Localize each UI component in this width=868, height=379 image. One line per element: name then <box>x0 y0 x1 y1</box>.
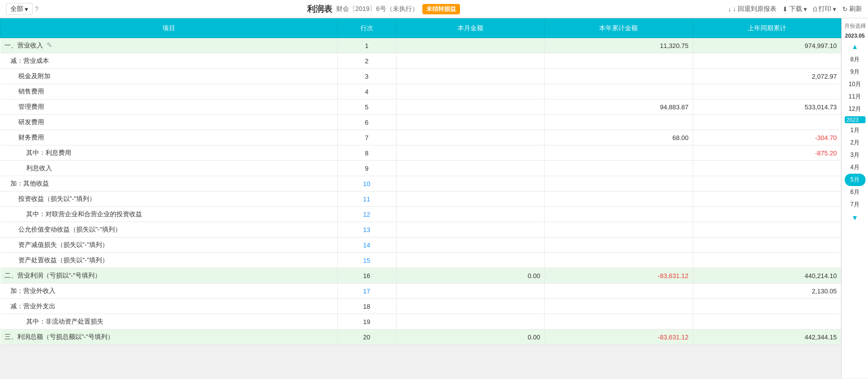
edit-icon[interactable]: ✎ <box>45 41 53 49</box>
month-item[interactable]: 10月 <box>845 78 866 91</box>
cell-year <box>545 191 693 207</box>
cell-item: 资产处置收益（损失以"-"填列） <box>0 253 338 268</box>
cell-row-num: 1 <box>337 38 396 53</box>
cell-row-num: 11 <box>337 191 396 207</box>
cell-month <box>396 284 544 299</box>
month-item[interactable]: 5月 <box>845 174 866 186</box>
cell-item: 利息收入 <box>0 161 338 176</box>
cell-item: 研发费用 <box>0 115 338 130</box>
cell-row-num: 19 <box>337 314 396 330</box>
sidebar-year: 2023.05 <box>844 32 866 40</box>
sidebar-down-arrow[interactable]: ▼ <box>849 212 861 224</box>
cell-prev <box>693 299 841 314</box>
table-row: 公允价值变动收益（损失以"-"填列）13 <box>0 222 841 237</box>
month-item[interactable]: 2月 <box>845 137 866 149</box>
table-row: 其中：非流动资产处置损失19 <box>0 314 841 330</box>
cell-row-num: 18 <box>337 299 396 314</box>
cell-item: 减：营业成本 <box>0 53 338 69</box>
cell-year <box>545 253 693 268</box>
cell-month <box>396 115 544 130</box>
table-row: 资产处置收益（损失以"-"填列）15 <box>0 253 841 268</box>
cell-month <box>396 99 544 115</box>
cell-item: 加：其他收益 <box>0 176 338 191</box>
cell-year <box>545 284 693 299</box>
month-item[interactable]: 4月 <box>845 161 866 174</box>
cell-row-num: 20 <box>337 330 396 345</box>
cell-month <box>396 191 544 207</box>
cell-month <box>396 314 544 330</box>
cell-row-num: 17 <box>337 284 396 299</box>
table-row: 二、营业利润（亏损以"-"号填列）160.00-83,631.12440,214… <box>0 268 841 284</box>
cell-item: 三、利润总额（亏损总额以"-"号填列） <box>0 330 338 345</box>
cell-row-num: 5 <box>337 99 396 115</box>
cell-row-num: 8 <box>337 145 396 161</box>
cell-row-num: 10 <box>337 176 396 191</box>
month-item[interactable]: 9月 <box>845 66 866 78</box>
month-item[interactable]: 1月 <box>845 124 866 137</box>
cell-year: 11,320.75 <box>545 38 693 53</box>
month-item[interactable]: 6月 <box>845 186 866 198</box>
month-item[interactable]: 12月 <box>845 103 866 115</box>
print-button[interactable]: ⎙ 打印 ▾ <box>813 4 836 13</box>
scope-label: 全部 <box>10 4 23 13</box>
cell-month <box>396 130 544 145</box>
table-row: 加：其他收益10 <box>0 176 841 191</box>
cell-row-num: 4 <box>337 84 396 99</box>
cell-prev <box>693 176 841 191</box>
cell-month: 0.00 <box>396 268 544 284</box>
print-chevron-icon: ▾ <box>833 5 836 13</box>
table-row: 投资收益（损失以"-"填列）11 <box>0 191 841 207</box>
back-button[interactable]: ↓ ↓ 回退到原报表 <box>728 4 776 13</box>
cell-month <box>396 53 544 69</box>
header-month: 本月金额 <box>396 19 544 38</box>
download-chevron-icon: ▾ <box>804 5 807 13</box>
cell-prev: 2,072.97 <box>693 69 841 84</box>
back-icon: ↓ <box>728 5 731 13</box>
scope-dropdown[interactable]: 全部 ▾ <box>6 3 33 15</box>
badge-unfinished[interactable]: 未结转损益 <box>422 4 460 14</box>
header-year: 本年累计金额 <box>545 19 693 38</box>
table-row: 加：营业外收入172,130.05 <box>0 284 841 299</box>
refresh-button[interactable]: ↻ 刷新 <box>842 4 862 13</box>
cell-year <box>545 161 693 176</box>
cell-row-num: 3 <box>337 69 396 84</box>
cell-prev <box>693 161 841 176</box>
scope-chevron-icon: ▾ <box>25 5 28 13</box>
month-item[interactable]: 3月 <box>845 149 866 161</box>
cell-prev: 442,344.15 <box>693 330 841 345</box>
cell-item: 一、营业收入 ✎ <box>0 38 338 53</box>
cell-month: 0.00 <box>396 330 544 345</box>
cell-month <box>396 161 544 176</box>
table-row: 资产减值损失（损失以"-"填列）14 <box>0 237 841 253</box>
cell-month <box>396 237 544 253</box>
cell-prev: 440,214.10 <box>693 268 841 284</box>
table-row: 研发费用6 <box>0 115 841 130</box>
cell-prev: 2,130.05 <box>693 284 841 299</box>
cell-month <box>396 176 544 191</box>
month-item[interactable]: 11月 <box>845 91 866 103</box>
cell-item: 税金及附加 <box>0 69 338 84</box>
help-icon: ? <box>35 5 39 13</box>
download-button[interactable]: ⬇ 下载 ▾ <box>782 4 807 13</box>
cell-item: 其中：非流动资产处置损失 <box>0 314 338 330</box>
cell-prev <box>693 237 841 253</box>
cell-year <box>545 222 693 237</box>
sidebar-label: 月份选择 <box>843 20 867 32</box>
header-prev: 上年同期累计 <box>693 19 841 38</box>
cell-item: 销售费用 <box>0 84 338 99</box>
cell-prev <box>693 253 841 268</box>
sidebar-up-arrow[interactable]: ▲ <box>849 41 861 52</box>
cell-prev <box>693 222 841 237</box>
cell-month <box>396 84 544 99</box>
cell-prev <box>693 207 841 222</box>
cell-year <box>545 53 693 69</box>
cell-item: 投资收益（损失以"-"填列） <box>0 191 338 207</box>
cell-month <box>396 299 544 314</box>
table-row: 财务费用768.00-304.70 <box>0 130 841 145</box>
month-item[interactable]: 8月 <box>845 53 866 66</box>
table-row: 减：营业外支出18 <box>0 299 841 314</box>
download-icon: ⬇ <box>782 5 788 13</box>
month-item[interactable]: 7月 <box>845 198 866 211</box>
print-icon: ⎙ <box>813 5 817 13</box>
report-title: 利润表 <box>307 3 332 15</box>
